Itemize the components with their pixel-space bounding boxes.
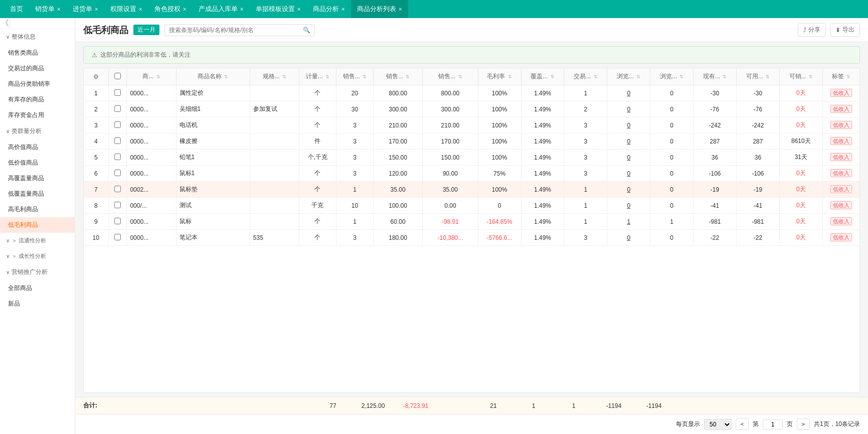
sidebar-section-title-group[interactable]: 类群量分析 (0, 123, 75, 139)
row-cb-6[interactable] (108, 182, 127, 198)
row-checkbox-1[interactable] (114, 105, 121, 112)
row-cb-5[interactable] (108, 166, 127, 182)
sidebar-item-traded-goods[interactable]: 交易过的商品 (0, 61, 75, 76)
th-gross-rate[interactable]: 毛利率 ⇅ (478, 68, 521, 85)
th-available[interactable]: 可用... ⇅ (736, 68, 779, 85)
sidebar-item-high-margin[interactable]: 高毛利商品 (0, 202, 75, 217)
row-transaction-7: 1 (564, 198, 607, 214)
sidebar-item-stock-goods[interactable]: 有库存的商品 (0, 92, 75, 107)
footer-sales-price: 2,125.00 (353, 402, 393, 409)
row-view1-1[interactable]: 0 (607, 101, 650, 117)
sidebar-item-new-goods[interactable]: 新品 (0, 296, 75, 312)
row-checkbox-2[interactable] (114, 121, 121, 128)
next-page-btn[interactable]: ＞ (797, 418, 810, 430)
sidebar-section-title-flow[interactable]: ＞ 流通性分析 (0, 233, 75, 248)
sidebar-section-title-overall[interactable]: 整体信息 (0, 29, 75, 45)
sidebar-collapse-btn[interactable]: 《 (0, 18, 10, 29)
nav-close-purchase[interactable]: ✕ (94, 7, 98, 12)
row-view1-4[interactable]: 0 (607, 150, 650, 166)
row-checkbox-8[interactable] (114, 218, 121, 224)
th-current[interactable]: 现有... ⇅ (693, 68, 737, 85)
th-spec[interactable]: 规格... ⇅ (250, 68, 299, 85)
th-tag[interactable]: 标签 ⇅ (822, 68, 859, 85)
sidebar-item-all-goods[interactable]: 全部商品 (0, 280, 75, 296)
row-cb-0[interactable] (108, 85, 127, 101)
nav-role[interactable]: 角色授权✕ (148, 0, 193, 18)
sidebar-item-high-coverage[interactable]: 高覆盖量商品 (0, 171, 75, 186)
row-view1-3[interactable]: 0 (607, 133, 650, 150)
th-saleable[interactable]: 可销... ⇅ (779, 68, 822, 85)
nav-home[interactable]: 首页 (4, 0, 29, 18)
nav-close-template[interactable]: ✕ (297, 7, 301, 12)
nav-close-sales[interactable]: ✕ (57, 7, 61, 12)
row-view1-0[interactable]: 0 (607, 85, 650, 101)
nav-analysis-list[interactable]: 商品分析列表✕ (351, 0, 408, 18)
select-all-checkbox[interactable] (114, 73, 121, 79)
row-transaction-1: 2 (564, 101, 607, 117)
nav-analysis[interactable]: 商品分析✕ (307, 0, 351, 18)
row-cb-7[interactable] (108, 198, 127, 214)
row-view1-2[interactable]: 0 (607, 117, 650, 133)
nav-close-product[interactable]: ✕ (240, 7, 244, 12)
sidebar-item-high-value[interactable]: 高价值商品 (0, 139, 75, 155)
nav-permission[interactable]: 权限设置✕ (104, 0, 148, 18)
row-view1-7[interactable]: 0 (607, 198, 650, 214)
row-view1-6[interactable]: 0 (607, 182, 650, 198)
search-icon[interactable]: 🔍 (303, 27, 310, 34)
row-cb-3[interactable] (108, 133, 127, 150)
th-checkbox[interactable] (108, 68, 127, 85)
share-button[interactable]: ⤴ 分享 (798, 23, 826, 37)
sidebar-item-low-margin[interactable]: 低毛利商品 (0, 217, 75, 233)
total-info: 共1页，10条记录 (814, 420, 860, 428)
th-view1[interactable]: 浏览... ⇅ (607, 68, 650, 85)
nav-sales[interactable]: 销货单✕ (29, 0, 67, 18)
export-button[interactable]: ⬇ 导出 (830, 23, 860, 37)
per-page-select[interactable]: 50 100 200 (704, 419, 732, 430)
th-coverage[interactable]: 覆盖... ⇅ (521, 68, 564, 85)
th-unit[interactable]: 计量... ⇅ (299, 68, 336, 85)
sidebar-item-low-coverage[interactable]: 低覆盖量商品 (0, 186, 75, 202)
th-name[interactable]: 商品名称 ⇅ (176, 68, 250, 85)
th-sales-profit[interactable]: 销售... ⇅ (423, 68, 478, 85)
th-setting[interactable]: ⚙ (84, 68, 108, 85)
sidebar-item-sales-goods[interactable]: 销售类商品 (0, 45, 75, 61)
th-sales-qty[interactable]: 销售... ⇅ (336, 68, 374, 85)
nav-close-role[interactable]: ✕ (183, 7, 187, 12)
row-cb-9[interactable] (108, 230, 127, 246)
row-checkbox-9[interactable] (114, 234, 121, 240)
sidebar-item-category-rate[interactable]: 商品分类助销率 (0, 76, 75, 92)
row-checkbox-6[interactable] (114, 186, 121, 192)
sidebar-section-group: 类群量分析 高价值商品 低价值商品 高覆盖量商品 低覆盖量商品 高毛利商品 低毛… (0, 123, 75, 233)
search-input[interactable] (169, 27, 301, 34)
sidebar-section-title-marketing[interactable]: 营销推广分析 (0, 264, 75, 280)
nav-close-analysis[interactable]: ✕ (341, 7, 345, 12)
th-sales-price[interactable]: 销售... ⇅ (374, 68, 423, 85)
row-cb-4[interactable] (108, 150, 127, 166)
row-checkbox-5[interactable] (114, 170, 121, 176)
row-checkbox-7[interactable] (114, 202, 121, 208)
row-cb-2[interactable] (108, 117, 127, 133)
sidebar-section-title-growth[interactable]: ＞ 成长性分析 (0, 248, 75, 264)
nav-purchase[interactable]: 进货单✕ (67, 0, 104, 18)
row-cb-1[interactable] (108, 101, 127, 117)
th-view2[interactable]: 浏览... ⇅ (650, 68, 693, 85)
row-checkbox-0[interactable] (114, 89, 121, 96)
row-cb-8[interactable] (108, 214, 127, 230)
row-checkbox-4[interactable] (114, 154, 121, 160)
prev-page-btn[interactable]: ＜ (736, 418, 749, 430)
th-transaction[interactable]: 交易... ⇅ (564, 68, 607, 85)
page-input[interactable] (763, 419, 783, 429)
sidebar-item-low-value[interactable]: 低价值商品 (0, 155, 75, 171)
th-code[interactable]: 商... ⇅ (127, 68, 176, 85)
row-view1-5[interactable]: 0 (607, 166, 650, 182)
nav-close-permission[interactable]: ✕ (138, 7, 142, 12)
date-badge[interactable]: 近一月 (133, 25, 159, 35)
nav-product[interactable]: 产成品入库单✕ (193, 0, 250, 18)
row-checkbox-3[interactable] (114, 137, 121, 144)
nav-close-analysis-list[interactable]: ✕ (398, 7, 402, 12)
sidebar-item-capital[interactable]: 库存资金占用 (0, 107, 75, 123)
row-code-5: 0000... (127, 166, 176, 182)
row-view1-9[interactable]: 0 (607, 230, 650, 246)
row-view1-8[interactable]: 1 (607, 214, 650, 230)
nav-template[interactable]: 单据模板设置✕ (250, 0, 307, 18)
